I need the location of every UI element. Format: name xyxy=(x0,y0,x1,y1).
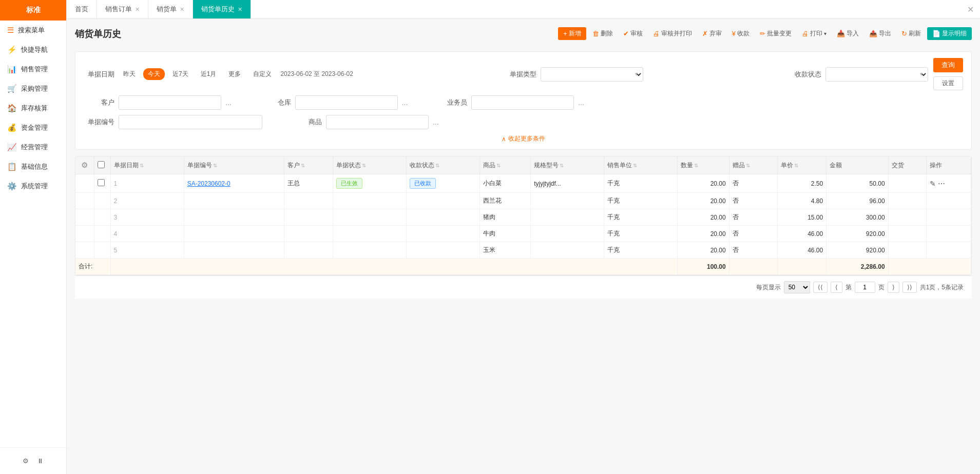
print-button[interactable]: 🖨 打印 ▾ xyxy=(798,27,831,40)
sort-spec[interactable]: 规格型号 ⇅ xyxy=(534,161,601,170)
search-menu-icon: ☰ xyxy=(7,26,14,35)
page-next-btn[interactable]: ⟩ xyxy=(888,282,899,293)
sort-collect-status[interactable]: 收款状态 ⇅ xyxy=(410,161,476,170)
select-all-checkbox[interactable] xyxy=(98,161,105,168)
sort-sales-unit[interactable]: 销售单位 ⇅ xyxy=(607,161,674,170)
tab-sales-goods[interactable]: 销货单 ✕ xyxy=(148,0,193,18)
import-button[interactable]: 📥 导入 xyxy=(833,27,863,40)
tabbar-close-btn[interactable]: ✕ xyxy=(961,5,980,14)
sort-qty[interactable]: 数量 ⇅ xyxy=(681,161,725,170)
date-btn-more[interactable]: 更多 xyxy=(224,68,245,80)
row-collect-status xyxy=(407,226,480,242)
doc-type-select[interactable] xyxy=(541,67,643,82)
table-row: 3 猪肉 千克 20.00 否 15.00 300.00 xyxy=(75,209,971,226)
page-first-btn[interactable]: ⟨⟨ xyxy=(813,282,828,293)
sidebar-item-purchase-mgmt[interactable]: 🛒 采购管理 xyxy=(0,79,66,98)
doc-no-input[interactable] xyxy=(119,115,262,129)
goods-input[interactable] xyxy=(326,115,429,129)
sort-doc-no-icon: ⇅ xyxy=(213,163,217,168)
row-sales-unit: 千克 xyxy=(604,209,678,226)
sidebar-item-finance[interactable]: 💰 资金管理 xyxy=(0,118,66,137)
row-collect-status xyxy=(407,209,480,226)
staff-dots[interactable]: ... xyxy=(578,98,584,107)
row-gift: 否 xyxy=(729,209,778,226)
per-page-select[interactable]: 50 100 xyxy=(784,281,810,293)
sidebar-item-operations[interactable]: 📈 经营管理 xyxy=(0,137,66,157)
collect-status-select[interactable] xyxy=(825,67,928,82)
staff-input[interactable] xyxy=(471,95,574,110)
row-collect-status xyxy=(407,193,480,209)
tab-sales-goods-close[interactable]: ✕ xyxy=(180,6,184,13)
audit-button[interactable]: ✔ 审核 xyxy=(619,27,647,40)
customer-dots[interactable]: ... xyxy=(225,98,232,107)
sort-gift[interactable]: 赠品 ⇅ xyxy=(733,161,775,170)
table-row: 2 西兰花 千克 20.00 否 4.80 96.00 xyxy=(75,193,971,209)
tab-home[interactable]: 首页 xyxy=(67,0,97,18)
sort-doc-status[interactable]: 单据状态 ⇅ xyxy=(336,161,403,170)
collapse-label: 收起更多条件 xyxy=(508,134,545,143)
show-detail-button[interactable]: 📄 显示明细 xyxy=(927,27,972,40)
doc-no-link[interactable]: SA-20230602-0 xyxy=(187,180,230,187)
sort-goods[interactable]: 商品 ⇅ xyxy=(483,161,527,170)
collect-button[interactable]: ¥ 收款 xyxy=(728,27,754,40)
warehouse-dots[interactable]: ... xyxy=(402,98,408,107)
sidebar-item-search-menu[interactable]: ☰ 搜索菜单 xyxy=(0,21,66,40)
sidebar-settings-btn[interactable]: ⚙ ⏸ xyxy=(0,452,66,470)
refresh-button[interactable]: ↻ 刷新 xyxy=(897,27,925,40)
tab-sales-history[interactable]: 销货单历史 ✕ xyxy=(193,0,251,18)
sort-doc-no[interactable]: 单据编号 ⇅ xyxy=(187,161,281,170)
date-btn-today[interactable]: 今天 xyxy=(143,68,165,80)
sidebar-item-inventory[interactable]: 🏠 库存核算 xyxy=(0,98,66,118)
query-button[interactable]: 查询 xyxy=(933,58,963,72)
sort-unit-price[interactable]: 单价 ⇅ xyxy=(781,161,823,170)
th-doc-date-label: 单据日期 xyxy=(114,161,139,170)
tab-sales-order[interactable]: 销售订单 ✕ xyxy=(97,0,148,18)
new-button[interactable]: + 新增 xyxy=(558,27,586,40)
page-prev-btn[interactable]: ⟨ xyxy=(831,282,842,293)
customer-input[interactable] xyxy=(119,95,221,110)
date-btn-7days[interactable]: 近7天 xyxy=(168,68,193,80)
sidebar-item-sales-mgmt[interactable]: 📊 销售管理 xyxy=(0,60,66,79)
setting-button[interactable]: 设置 xyxy=(933,76,963,90)
row-trade xyxy=(888,174,927,193)
goods-dots[interactable]: ... xyxy=(433,118,439,126)
date-btn-custom[interactable]: 自定义 xyxy=(248,68,276,80)
tab-sales-history-close[interactable]: ✕ xyxy=(238,6,242,13)
page-input[interactable] xyxy=(855,282,875,293)
sidebar-item-label: 搜索菜单 xyxy=(18,26,45,35)
th-doc-status: 单据状态 ⇅ xyxy=(333,156,407,174)
sort-doc-date[interactable]: 单据日期 ⇅ xyxy=(114,161,181,170)
collapse-btn[interactable]: ∧ 收起更多条件 xyxy=(84,134,963,143)
pagination: 每页显示 50 100 ⟨⟨ ⟨ 第 页 ⟩ ⟩⟩ 共1页，5条记录 xyxy=(75,275,972,299)
warehouse-input[interactable] xyxy=(295,95,398,110)
sidebar-item-quick-nav[interactable]: ⚡ 快捷导航 xyxy=(0,40,66,60)
audit-print-button[interactable]: 🖨 审核并打印 xyxy=(649,27,696,40)
date-btn-1month[interactable]: 近1月 xyxy=(196,68,221,80)
gear-icon[interactable]: ⚙ xyxy=(81,161,88,170)
row-gear xyxy=(75,193,94,209)
export-button[interactable]: 📤 导出 xyxy=(865,27,895,40)
abandon-button[interactable]: ✗ 弃审 xyxy=(698,27,726,40)
page-last-btn[interactable]: ⟩⟩ xyxy=(902,282,917,293)
filter-row-2: 客户 ... 仓库 ... 业务员 ... xyxy=(84,95,963,110)
table-summary-row: 合计: 100.00 2,286.00 xyxy=(75,259,971,275)
row-unit-price: 2.50 xyxy=(778,174,827,193)
th-spec: 规格型号 ⇅ xyxy=(531,156,604,174)
row-check[interactable] xyxy=(98,179,105,186)
sort-customer[interactable]: 客户 ⇅ xyxy=(287,161,330,170)
row-unit-price: 4.80 xyxy=(778,193,827,209)
more-action-btn[interactable]: ⋯ xyxy=(938,180,945,188)
th-trade-label: 交货 xyxy=(892,162,904,169)
date-btn-yesterday[interactable]: 昨天 xyxy=(119,68,140,80)
edit-action-btn[interactable]: ✎ xyxy=(930,180,936,188)
staff-label: 业务员 xyxy=(436,98,467,107)
tab-sales-order-close[interactable]: ✕ xyxy=(135,6,140,13)
row-sales-unit: 千克 xyxy=(604,193,678,209)
delete-button[interactable]: 🗑 删除 xyxy=(588,27,617,40)
sidebar-item-basic-info[interactable]: 📋 基础信息 xyxy=(0,157,66,176)
batch-change-button[interactable]: ✏ 批量变更 xyxy=(756,27,796,40)
refresh-label: 刷新 xyxy=(909,29,921,38)
th-qty-label: 数量 xyxy=(681,161,693,170)
row-customer xyxy=(284,242,333,259)
sidebar-item-sys-mgmt[interactable]: ⚙️ 系统管理 xyxy=(0,176,66,196)
